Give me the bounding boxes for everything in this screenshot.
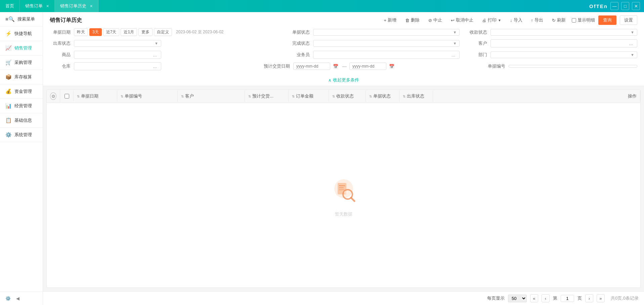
setting-button[interactable]: 设置 bbox=[620, 15, 637, 25]
topbar-right: OfTEn — □ ✕ bbox=[589, 2, 644, 10]
date-range-text: 2023-06-02 至 2023-06-02 bbox=[176, 29, 223, 35]
date-btn-1month[interactable]: 近1月 bbox=[121, 28, 137, 36]
th-amount: ⇅ 订单金额 bbox=[289, 90, 329, 102]
sidebar-item-basic-info[interactable]: 📋 基础信息 bbox=[0, 113, 43, 128]
expected-date-from-input[interactable] bbox=[293, 63, 330, 70]
filter-row-3: 商品 ... 业务员 ... 部门 bbox=[50, 51, 637, 59]
quick-nav-icon: ⚡ bbox=[5, 31, 12, 37]
th-no-sort-icon[interactable]: ⇅ bbox=[121, 94, 123, 98]
page-first-btn[interactable]: « bbox=[530, 294, 538, 302]
sidebar-item-system-mgmt[interactable]: ⚙️ 系统管理 bbox=[0, 128, 43, 142]
collapse-button[interactable]: ∧ 收起更多条件 bbox=[50, 76, 637, 84]
tab-sales-order-close[interactable]: ✕ bbox=[46, 4, 49, 8]
date-btn-7days[interactable]: 近7天 bbox=[103, 28, 120, 36]
salesperson-ellipsis-btn[interactable]: ... bbox=[450, 52, 457, 58]
export-label: 导出 bbox=[534, 17, 543, 23]
page-prev-btn[interactable]: ‹ bbox=[542, 294, 550, 302]
th-customer-sort-icon[interactable]: ⇅ bbox=[181, 94, 184, 98]
sidebar-collapse-icon[interactable]: ◀ bbox=[16, 296, 19, 301]
page-label-before: 第 bbox=[553, 295, 557, 301]
display-cols-checkbox[interactable] bbox=[572, 18, 576, 23]
th-customer: ⇅ 客户 bbox=[178, 90, 245, 102]
calendar-to-icon[interactable]: 📅 bbox=[389, 64, 394, 69]
th-outbound-sort-icon[interactable]: ⇅ bbox=[403, 94, 405, 98]
date-btn-more[interactable]: 更多 bbox=[138, 28, 153, 36]
date-shortcut-btns: 昨天 3天 近7天 近1月 更多 自定义 bbox=[74, 28, 172, 36]
tab-sales-order-label: 销售订单 bbox=[25, 3, 43, 9]
refresh-icon: ↻ bbox=[552, 18, 556, 23]
th-status-label: 单据状态 bbox=[373, 93, 391, 99]
sidebar-item-sales-mgmt[interactable]: 📈 销售管理 bbox=[0, 41, 43, 55]
sidebar-item-basic-info-label: 基础信息 bbox=[14, 117, 32, 123]
sidebar-bottom: ⚙️ ◀ bbox=[0, 292, 43, 305]
column-settings-icon[interactable]: ⚙ bbox=[50, 92, 56, 100]
complete-status-arrow-icon: ▼ bbox=[453, 41, 457, 45]
import-label: 导入 bbox=[514, 17, 522, 23]
tab-sales-order[interactable]: 销售订单 ✕ bbox=[20, 0, 55, 12]
display-cols-label[interactable]: 显示明细 bbox=[572, 17, 595, 23]
collapse-label: 收起更多条件 bbox=[333, 77, 359, 83]
complete-status-select[interactable]: ▼ bbox=[313, 40, 460, 47]
payment-status-select[interactable]: ▼ bbox=[490, 29, 637, 36]
page-last-btn[interactable]: » bbox=[597, 294, 605, 302]
product-ellipsis-btn[interactable]: ... bbox=[152, 52, 158, 58]
customer-ellipsis-btn[interactable]: ... bbox=[628, 41, 634, 46]
new-button[interactable]: + 新增 bbox=[381, 16, 399, 25]
refresh-button[interactable]: ↻ 刷新 bbox=[549, 16, 568, 25]
th-amount-sort-icon[interactable]: ⇅ bbox=[292, 94, 295, 98]
tab-sales-order-history[interactable]: 销售订单历史 ✕ bbox=[55, 0, 98, 12]
cancel-stop-button[interactable]: ↩ 取消中止 bbox=[448, 16, 476, 25]
tab-home[interactable]: 首页 bbox=[0, 0, 20, 12]
department-select[interactable]: ▼ bbox=[490, 51, 637, 58]
outbound-status-select[interactable]: ▼ bbox=[74, 40, 161, 47]
print-button[interactable]: 🖨 打印 ▼ bbox=[479, 16, 504, 25]
stop-button[interactable]: ⊘ 中止 bbox=[426, 16, 445, 25]
expected-date-to-input[interactable] bbox=[349, 63, 386, 70]
window-close-btn[interactable]: ✕ bbox=[632, 2, 640, 10]
th-status-sort-icon[interactable]: ⇅ bbox=[369, 94, 372, 98]
import-button[interactable]: ↓ 导入 bbox=[507, 16, 525, 25]
warehouse-ellipsis-btn[interactable]: ... bbox=[152, 64, 158, 69]
delete-button[interactable]: 🗑 删除 bbox=[402, 16, 422, 25]
payment-status-section: 收款状态 ▼ bbox=[466, 29, 637, 36]
date-btn-3days[interactable]: 3天 bbox=[89, 28, 102, 36]
select-all-checkbox[interactable] bbox=[65, 94, 69, 99]
date-btn-custom[interactable]: 自定义 bbox=[154, 28, 172, 36]
total-text: 共0页,0条记录 bbox=[611, 295, 639, 301]
bill-status-select[interactable]: ▼ bbox=[313, 29, 460, 36]
sidebar-item-search-menu[interactable]: ≡🔍 搜索菜单 bbox=[0, 12, 43, 27]
calendar-from-icon[interactable]: 📅 bbox=[333, 64, 338, 69]
sidebar-item-quick-nav[interactable]: ⚡ 快捷导航 bbox=[0, 27, 43, 41]
window-maximize-btn[interactable]: □ bbox=[621, 2, 629, 10]
sidebar-item-operations-mgmt[interactable]: 📊 经营管理 bbox=[0, 99, 43, 113]
delete-icon: 🗑 bbox=[405, 18, 410, 23]
capital-mgmt-icon: 💰 bbox=[5, 88, 12, 94]
bill-status-arrow-icon: ▼ bbox=[453, 30, 457, 34]
page-title: 销售订单历史 bbox=[50, 17, 82, 24]
date-btn-yesterday[interactable]: 昨天 bbox=[74, 28, 88, 36]
brand-label: OfTEn bbox=[589, 3, 608, 9]
page-next-btn[interactable]: › bbox=[585, 294, 593, 302]
sidebar-item-capital-mgmt[interactable]: 💰 资金管理 bbox=[0, 84, 43, 99]
tab-sales-order-history-close[interactable]: ✕ bbox=[90, 4, 93, 8]
svg-rect-4 bbox=[339, 189, 344, 190]
sidebar-item-purchase-mgmt[interactable]: 🛒 采购管理 bbox=[0, 55, 43, 70]
sidebar-bottom-settings-icon[interactable]: ⚙️ bbox=[5, 296, 11, 301]
bill-no-section: 单据编号 bbox=[484, 63, 637, 69]
outbound-status-label: 出库状态 bbox=[50, 40, 74, 46]
sidebar-item-inventory[interactable]: 📦 库存核算 bbox=[0, 70, 43, 84]
date-filter-section: 单据日期 昨天 3天 近7天 近1月 更多 自定义 2023-06-02 至 2… bbox=[50, 28, 289, 36]
svg-line-6 bbox=[351, 198, 354, 201]
query-button[interactable]: 查询 bbox=[598, 15, 616, 25]
page-number-input[interactable] bbox=[561, 295, 574, 302]
product-label: 商品 bbox=[50, 52, 74, 58]
th-settings[interactable]: ⚙ bbox=[47, 90, 60, 103]
export-icon: ↑ bbox=[531, 18, 533, 23]
th-delivery-sort-icon[interactable]: ⇅ bbox=[248, 94, 251, 98]
print-label: 打印 bbox=[488, 17, 497, 23]
th-date-sort-icon[interactable]: ⇅ bbox=[77, 94, 80, 98]
page-size-select[interactable]: 50 10 20 100 bbox=[508, 295, 527, 302]
th-payment-sort-icon[interactable]: ⇅ bbox=[332, 94, 335, 98]
window-minimize-btn[interactable]: — bbox=[610, 2, 618, 10]
export-button[interactable]: ↑ 导出 bbox=[528, 16, 546, 25]
